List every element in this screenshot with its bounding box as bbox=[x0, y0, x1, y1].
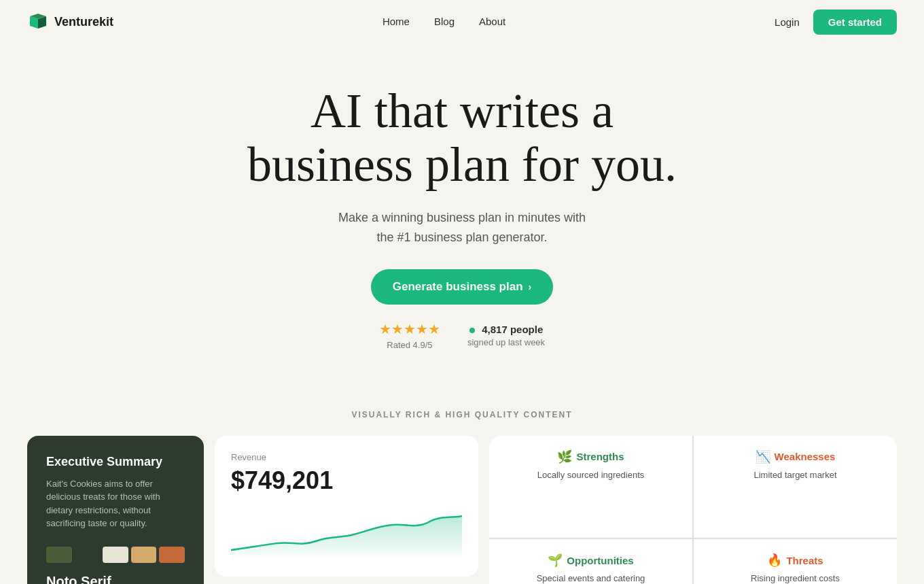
signup-label: signed up last week bbox=[467, 337, 545, 347]
revenue-chart bbox=[231, 506, 462, 560]
opportunities-desc: Special events and catering bbox=[537, 573, 645, 583]
strengths-desc: Locally sourced ingredients bbox=[537, 470, 645, 480]
swot-threats: 🔥 Threats Rising ingredient costs bbox=[694, 539, 897, 584]
color-swatches bbox=[46, 547, 185, 563]
swot-weaknesses: 📉 Weaknesses Limited target market bbox=[694, 436, 897, 538]
strengths-title: 🌿 Strengths bbox=[557, 449, 624, 464]
exec-body: Kait's Cookies aims to offer delicious t… bbox=[46, 477, 185, 530]
threats-label: Threats bbox=[786, 555, 823, 566]
weaknesses-icon: 📉 bbox=[756, 449, 770, 464]
social-proof: ★★★★★ Rated 4.9/5 4,817 people signed up… bbox=[27, 321, 897, 350]
content-cards: Executive Summary Kait's Cookies aims to… bbox=[0, 436, 924, 584]
threats-icon: 🔥 bbox=[767, 553, 782, 568]
login-button[interactable]: Login bbox=[775, 16, 800, 28]
section-label: VISUALLY RICH & HIGH QUALITY CONTENT bbox=[0, 410, 924, 419]
nav-about[interactable]: About bbox=[479, 16, 505, 27]
hero-headline: AI that writes a business plan for you. bbox=[190, 84, 734, 192]
font-name: Noto Serif bbox=[46, 574, 185, 584]
cta-arrow-icon: › bbox=[529, 281, 532, 292]
weaknesses-title: 📉 Weaknesses bbox=[756, 449, 836, 464]
swatch-1 bbox=[46, 547, 72, 563]
signup-count: 4,817 people bbox=[482, 324, 543, 335]
opportunities-icon: 🌱 bbox=[548, 553, 563, 568]
stars-icon: ★★★★★ bbox=[379, 321, 440, 337]
threats-title: 🔥 Threats bbox=[767, 553, 823, 568]
rating-text: Rated 4.9/5 bbox=[379, 340, 440, 350]
swot-grid: 🌿 Strengths Locally sourced ingredients … bbox=[489, 436, 897, 584]
brand-logo[interactable]: Venturekit bbox=[27, 11, 113, 33]
revenue-amount: $749,201 bbox=[231, 466, 462, 495]
hero-headline-line2: business plan for you. bbox=[247, 137, 677, 192]
threats-desc: Rising ingredient costs bbox=[751, 573, 840, 583]
brand-name: Venturekit bbox=[54, 15, 113, 29]
swatch-3 bbox=[103, 547, 128, 563]
active-dot-icon bbox=[469, 328, 475, 333]
revenue-card: Revenue $749,201 bbox=[215, 436, 478, 577]
exec-title: Executive Summary bbox=[46, 455, 185, 469]
revenue-product-col: Revenue $749,201 🥐 Vega bbox=[215, 436, 478, 584]
generate-plan-button[interactable]: Generate business plan › bbox=[371, 269, 553, 305]
strengths-icon: 🌿 bbox=[557, 449, 572, 464]
hero-subtext: Make a winning business plan in minutes … bbox=[27, 208, 897, 247]
swot-opportunities: 🌱 Opportunities Special events and cater… bbox=[489, 539, 692, 584]
signups-block: 4,817 people signed up last week bbox=[467, 324, 545, 347]
hero-section: AI that writes a business plan for you. … bbox=[0, 44, 924, 377]
swot-strengths: 🌿 Strengths Locally sourced ingredients bbox=[489, 436, 692, 538]
exec-summary-card: Executive Summary Kait's Cookies aims to… bbox=[27, 436, 204, 584]
swatch-5 bbox=[159, 547, 185, 563]
hero-headline-line1: AI that writes a bbox=[310, 84, 614, 138]
opportunities-label: Opportunities bbox=[567, 555, 633, 566]
get-started-button[interactable]: Get started bbox=[813, 10, 897, 35]
weaknesses-desc: Limited target market bbox=[753, 470, 836, 480]
nav-blog[interactable]: Blog bbox=[434, 16, 455, 27]
weaknesses-label: Weaknesses bbox=[775, 451, 836, 462]
navbar: Venturekit Home Blog About Login Get sta… bbox=[0, 0, 924, 44]
swatch-2 bbox=[75, 547, 101, 563]
rating-block: ★★★★★ Rated 4.9/5 bbox=[379, 321, 440, 350]
strengths-label: Strengths bbox=[576, 451, 624, 462]
nav-home[interactable]: Home bbox=[383, 16, 410, 27]
nav-actions: Login Get started bbox=[775, 10, 897, 35]
opportunities-title: 🌱 Opportunities bbox=[548, 553, 633, 568]
nav-links: Home Blog About bbox=[383, 16, 505, 28]
swatch-4 bbox=[131, 547, 157, 563]
revenue-label: Revenue bbox=[231, 452, 462, 462]
cta-label: Generate business plan bbox=[393, 280, 523, 294]
